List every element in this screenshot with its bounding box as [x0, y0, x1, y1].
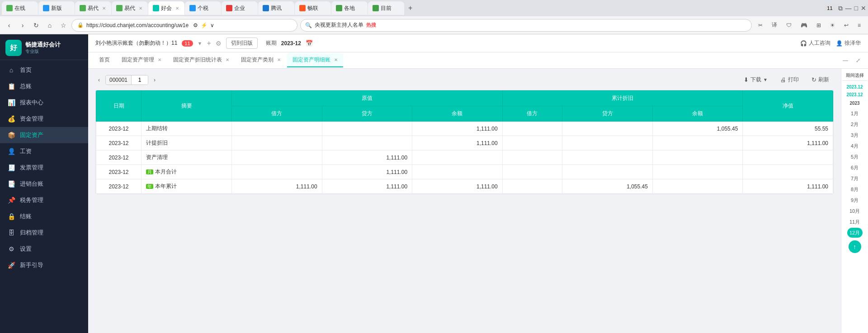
tab-fixed-depreciation[interactable]: 固定资产折旧统计表 ✕	[168, 53, 235, 67]
sidebar-item-invoice[interactable]: 🧾 发票管理	[0, 159, 88, 176]
tab-fixed-cat-close[interactable]: ✕	[277, 57, 281, 62]
sidebar-item-archive[interactable]: 🗄 归档管理	[0, 225, 88, 241]
sidebar-item-home[interactable]: ⌂ 首页	[0, 62, 88, 78]
search-bar[interactable]: 🔍 央视更新主持人名单 热搜	[300, 19, 752, 32]
tab-close-5[interactable]: ✕	[175, 6, 179, 11]
browser-tab-5[interactable]: 好会 ✕	[148, 1, 184, 15]
print-button[interactable]: 🖨 打印	[776, 74, 803, 85]
sidebar-item-closing[interactable]: 🔒 结账	[0, 208, 88, 225]
tab-fixed-detail[interactable]: 固定资产明细账 ✕	[287, 53, 343, 67]
scissors-btn[interactable]: ✂	[755, 21, 766, 29]
month-8[interactable]: 8月	[847, 184, 863, 194]
brightness-btn[interactable]: ☀	[826, 21, 839, 29]
month-11[interactable]: 11月	[847, 217, 863, 227]
sidebar-nav: ⌂ 首页 📋 总账 📊 报表中心 💰 资金管理 📦 固定资产 👤 工资	[0, 60, 88, 333]
browser-tab-11[interactable]: 目前	[368, 1, 404, 15]
bookmark-button[interactable]: ☆	[58, 20, 69, 31]
cell-date-3: 2023-12	[96, 165, 142, 179]
browser-tab-8[interactable]: 腾讯	[258, 1, 294, 15]
sidebar-item-settings[interactable]: ⚙ 设置	[0, 241, 88, 257]
refresh-label: 刷新	[818, 76, 829, 84]
month-1[interactable]: 1月	[847, 108, 863, 118]
download-button[interactable]: ⬇ 下载 ▼	[739, 74, 772, 85]
month-4[interactable]: 4月	[847, 141, 863, 151]
browser-tab-10[interactable]: 各地	[331, 1, 368, 15]
cell-accum-credit-3	[562, 165, 653, 179]
tab-home[interactable]: 首页	[94, 53, 115, 67]
switch-version-button[interactable]: 切到旧版	[226, 38, 258, 49]
month-6[interactable]: 6月	[847, 163, 863, 173]
browser-tab-1[interactable]: 在线	[2, 1, 38, 15]
maximize-icon[interactable]: □	[854, 5, 858, 12]
browser-tab-7[interactable]: 企业	[222, 1, 258, 15]
sidebar-item-funds[interactable]: 💰 资金管理	[0, 111, 88, 127]
month-12[interactable]: 12月	[847, 228, 863, 238]
dropdown-arrow[interactable]: ▼	[198, 41, 203, 46]
help-button[interactable]: 🎧 人工咨询	[800, 39, 830, 47]
cell-orig-balance-2	[412, 150, 503, 165]
sidebar-item-reports[interactable]: 📊 报表中心	[0, 94, 88, 111]
browser-tab-4[interactable]: 易代 ✕	[112, 1, 148, 15]
scroll-to-top-btn[interactable]: ↑	[849, 240, 861, 253]
sidebar: 好 畅捷通好会计 专业版 ⌂ 首页 📋 总账 📊 报表中心 💰 资金管理	[0, 34, 88, 333]
sidebar-item-inventory[interactable]: 📑 进销台账	[0, 176, 88, 192]
refresh-button[interactable]: ↻ 刷新	[807, 74, 834, 85]
history-btn[interactable]: ↩	[840, 21, 852, 29]
th-summary: 摘要	[142, 91, 232, 122]
new-tab-button[interactable]: +	[405, 2, 416, 14]
month-3[interactable]: 3月	[847, 130, 863, 140]
forward-button[interactable]: ›	[17, 20, 28, 31]
back-button[interactable]: ‹	[4, 20, 14, 31]
translate-btn[interactable]: 译	[768, 20, 781, 30]
tab-fixed-detail-close[interactable]: ✕	[334, 57, 338, 62]
tab-fixed-dep-close[interactable]: ✕	[226, 57, 229, 62]
browser-tab-9[interactable]: 畅联	[295, 1, 331, 15]
month-7[interactable]: 7月	[847, 174, 863, 183]
address-bar[interactable]: 🔒 https://cloud.chanjet.com/accounting/u…	[71, 19, 297, 32]
sidebar-item-ledger[interactable]: 📋 总账	[0, 78, 88, 94]
settings-btn[interactable]: ⚙	[216, 40, 222, 47]
shield-btn[interactable]: 🛡	[783, 21, 795, 29]
home-button[interactable]: ⌂	[44, 20, 55, 31]
tab-label-3: 易代	[88, 5, 99, 12]
minimize-icon[interactable]: —	[845, 5, 852, 12]
settings-icon[interactable]: ⚙	[193, 22, 198, 28]
browser-tab-6[interactable]: 个税	[185, 1, 221, 15]
cell-date-1: 2023-12	[96, 136, 142, 150]
month-10[interactable]: 10月	[847, 206, 863, 216]
reload-button[interactable]: ↻	[31, 20, 42, 31]
tab-fixed-mgmt[interactable]: 固定资产管理 ✕	[116, 53, 167, 67]
add-account-btn[interactable]: +	[207, 39, 211, 47]
th-orig-balance: 余额	[412, 106, 503, 122]
minimize-pane-btn[interactable]: —	[841, 56, 850, 65]
browser-tab-2[interactable]: 新版	[38, 1, 75, 15]
th-net-value: 净值	[743, 91, 833, 122]
user-profile-button[interactable]: 👤 徐泽华	[836, 39, 861, 47]
sidebar-item-fixed-assets[interactable]: 📦 固定资产	[0, 127, 88, 143]
page-icon[interactable]: ⧉	[838, 5, 843, 12]
archive-icon: 🗄	[7, 229, 15, 236]
tab-fixed-category[interactable]: 固定资产类别 ✕	[236, 53, 286, 67]
menu-btn[interactable]: ≡	[854, 21, 864, 29]
sidebar-item-tax[interactable]: 📌 税务管理	[0, 192, 88, 208]
sidebar-label-ledger: 总账	[20, 82, 32, 90]
month-5[interactable]: 5月	[847, 152, 863, 162]
calendar-icon[interactable]: 📅	[306, 40, 313, 47]
month-9[interactable]: 9月	[847, 195, 863, 205]
next-page-btn[interactable]: ›	[151, 75, 158, 84]
tab-close-4[interactable]: ✕	[139, 6, 142, 11]
sidebar-item-guide[interactable]: 🚀 新手引导	[0, 257, 88, 273]
page-number-input[interactable]	[132, 75, 148, 84]
month-2[interactable]: 2月	[847, 119, 863, 129]
sidebar-item-payroll[interactable]: 👤 工资	[0, 143, 88, 159]
tab-fixed-mgmt-close[interactable]: ✕	[158, 57, 161, 62]
grid-btn[interactable]: ⊞	[813, 21, 825, 29]
prev-page-btn[interactable]: ‹	[95, 75, 103, 84]
expand-icon[interactable]: ∨	[210, 22, 214, 28]
maximize-pane-btn[interactable]: ⤢	[854, 56, 863, 65]
tab-close-3[interactable]: ✕	[102, 6, 106, 11]
flash-icon[interactable]: ⚡	[201, 22, 208, 28]
close-window-icon[interactable]: ✕	[861, 5, 866, 12]
browser-tab-3[interactable]: 易代 ✕	[75, 1, 111, 15]
game-btn[interactable]: 🎮	[797, 21, 811, 29]
